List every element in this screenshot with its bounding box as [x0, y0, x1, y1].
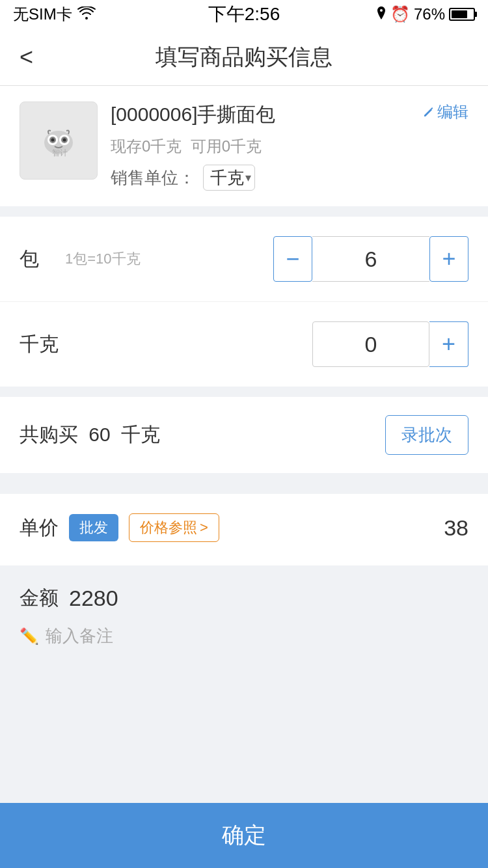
svg-point-5 [51, 139, 55, 142]
total-text: 共购买 60 千克 [20, 422, 385, 448]
kilo-plus-button[interactable]: + [429, 321, 468, 367]
confirm-button[interactable]: 确定 [0, 803, 488, 868]
amount-label: 金额 [20, 585, 59, 612]
nav-bar: < 填写商品购买信息 [0, 29, 488, 86]
quantity-section: 包 1包=10千克 − + 千克 + [0, 217, 488, 387]
product-logo-icon: 智计 [39, 124, 78, 157]
amount-value: 2280 [69, 586, 118, 611]
unit-select-wrap[interactable]: 千克 包 [203, 165, 255, 191]
price-tag-button[interactable]: 批发 [69, 514, 118, 541]
note-row[interactable]: ✏️ 输入备注 [20, 625, 468, 647]
svg-text:智计: 智计 [52, 148, 68, 157]
page-title: 填写商品购买信息 [156, 42, 332, 72]
carrier-label: 无SIM卡 [13, 4, 72, 25]
battery-label: 76% [414, 5, 445, 23]
price-ref-button[interactable]: 价格参照 > [129, 513, 219, 542]
package-row: 包 1包=10千克 − + [0, 217, 488, 302]
status-right: ⏰ 76% [376, 5, 475, 23]
package-minus-button[interactable]: − [273, 236, 312, 282]
back-button[interactable]: < [20, 37, 40, 77]
battery-icon [449, 8, 475, 21]
product-name: [0000006]手撕面包 [111, 102, 275, 128]
confirm-button-label: 确定 [222, 821, 266, 850]
kilo-input[interactable] [312, 321, 429, 367]
pencil-icon: ✏️ [20, 627, 39, 645]
kilo-row: 千克 + [0, 302, 488, 387]
product-image: 智计 [20, 102, 98, 180]
package-plus-button[interactable]: + [429, 236, 468, 282]
edit-button[interactable]: 编辑 [423, 102, 468, 122]
location-icon [376, 5, 386, 23]
note-placeholder: 输入备注 [46, 625, 113, 647]
product-stock: 现存0千克 可用0千克 [111, 136, 468, 157]
status-left: 无SIM卡 [13, 4, 96, 25]
price-row: 单价 批发 价格参照 > 38 [20, 513, 468, 542]
price-label: 单价 [20, 515, 59, 541]
price-value: 38 [444, 515, 468, 541]
svg-point-6 [63, 139, 66, 142]
total-section: 共购买 60 千克 录批次 [0, 397, 488, 473]
alarm-icon: ⏰ [390, 5, 410, 23]
amount-section: 金额 2280 ✏️ 输入备注 [0, 565, 488, 660]
package-controls: − + [273, 236, 468, 282]
amount-row: 金额 2280 [20, 585, 468, 612]
batch-button[interactable]: 录批次 [385, 415, 468, 455]
package-hint: 1包=10千克 [65, 249, 273, 269]
kilo-controls: + [312, 321, 468, 367]
product-info: [0000006]手撕面包 编辑 现存0千克 可用0千克 销售单位： 千克 [111, 102, 468, 191]
price-section: 单价 批发 价格参照 > 38 [0, 494, 488, 565]
divider [0, 483, 488, 494]
product-card: 智计 [0000006]手撕面包 编辑 现存0千克 可用0千克 [0, 86, 488, 206]
package-input[interactable] [312, 236, 429, 282]
product-unit-row: 销售单位： 千克 包 [111, 165, 468, 191]
status-time: 下午2:56 [208, 2, 280, 27]
edit-icon [423, 106, 435, 118]
kilo-label: 千克 [20, 331, 59, 358]
wifi-icon [77, 5, 96, 23]
package-label: 包 [20, 246, 59, 273]
unit-select[interactable]: 千克 包 [203, 165, 255, 191]
status-bar: 无SIM卡 下午2:56 ⏰ 76% [0, 0, 488, 29]
